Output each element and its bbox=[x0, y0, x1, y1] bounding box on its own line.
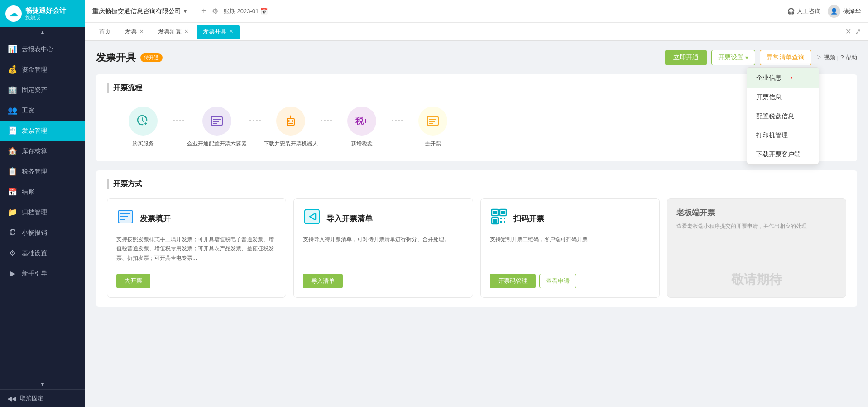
tab-invoice-close[interactable]: ✕ bbox=[139, 29, 144, 34]
settlement-icon: 📅 bbox=[7, 187, 17, 197]
cloud-report-icon: 📊 bbox=[7, 44, 17, 54]
dropdown-item-invoice-info[interactable]: 开票信息 bbox=[747, 88, 819, 107]
sidebar-item-guide[interactable]: ▶ 新手引导 bbox=[0, 263, 85, 284]
scroll-down-button[interactable]: ▼ bbox=[0, 379, 85, 389]
dropdown-item-download-client[interactable]: 下载开票客户端 bbox=[747, 145, 819, 164]
tab-invoice[interactable]: 发票 ✕ bbox=[119, 25, 150, 39]
dropdown-invoice-info-label: 开票信息 bbox=[756, 93, 782, 102]
status-badge: 待开通 bbox=[140, 53, 163, 62]
add-company-button[interactable]: + bbox=[201, 6, 206, 16]
sidebar-nav: 📊 云报表中心 💰 资金管理 🏢 固定资产 👥 工资 🧾 发票管理 🏠 库存核算… bbox=[0, 37, 85, 379]
user-avatar: 👤 bbox=[828, 5, 840, 18]
flow-step-configure: 企业开通配置开票六要素 bbox=[187, 107, 247, 148]
fixed-assets-icon: 🏢 bbox=[7, 85, 17, 95]
boss-issue-desc: 查看老板端小程序提交的开票申请，并作出相应的处理 bbox=[676, 222, 807, 231]
tab-invoice-calc[interactable]: 发票测算 ✕ bbox=[152, 25, 195, 39]
settings-button-label: 开票设置 bbox=[718, 53, 743, 62]
sidebar-item-fund[interactable]: 💰 资金管理 bbox=[0, 59, 85, 80]
dropdown-company-info-label: 企业信息 bbox=[756, 74, 782, 82]
sidebar-item-settings[interactable]: ⚙ 基础设置 bbox=[0, 243, 85, 263]
user-name: 徐泽华 bbox=[843, 7, 861, 15]
tab-invoice-calc-label: 发票测算 bbox=[158, 28, 182, 36]
scan-code-view-button[interactable]: 查看申请 bbox=[539, 274, 576, 288]
configure-icon bbox=[202, 107, 231, 136]
download-robot-icon bbox=[276, 107, 305, 136]
scroll-up-button[interactable]: ▲ bbox=[0, 27, 85, 37]
sidebar-item-settlement[interactable]: 📅 结账 bbox=[0, 182, 85, 202]
tabs-actions: ✕ ⤢ bbox=[845, 27, 861, 36]
import-list-icon bbox=[303, 208, 321, 229]
sidebar-label-settlement: 结账 bbox=[22, 188, 34, 196]
logo-subtitle: 旗舰版 bbox=[25, 15, 66, 21]
scan-code-title: 扫码开票 bbox=[513, 213, 544, 224]
user-info-area[interactable]: 👤 徐泽华 bbox=[828, 5, 861, 18]
logo-title: 畅捷通好会计 bbox=[25, 6, 66, 15]
consult-button[interactable]: 🎧 人工咨询 bbox=[787, 7, 820, 15]
topbar-right: 🎧 人工咨询 👤 徐泽华 bbox=[787, 5, 861, 18]
cancel-pin-button[interactable]: ◀◀ 取消固定 bbox=[0, 389, 85, 407]
topbar-divider-1 bbox=[194, 7, 194, 16]
page-header: 发票开具 待开通 立即开通 开票设置 ▾ 异常清单查询 ▷ 视频 | ? 帮助 bbox=[96, 50, 857, 65]
close-all-tabs-button[interactable]: ✕ bbox=[845, 27, 851, 36]
tab-invoice-issue[interactable]: 发票开具 ✕ bbox=[197, 25, 240, 39]
sidebar-item-invoice[interactable]: 🧾 发票管理 bbox=[0, 121, 85, 141]
topbar: 重庆畅捷交通信息咨询有限公司 ▾ + ⚙ 账期 2023-01 📅 🎧 人工咨询… bbox=[85, 0, 868, 23]
help-button[interactable]: ? 帮助 bbox=[840, 53, 857, 62]
manual-fill-icon bbox=[116, 208, 134, 229]
download-robot-label: 下载并安装开票机器人 bbox=[264, 140, 318, 148]
flow-steps: 购买服务 企业开通配置开票六要素 bbox=[107, 102, 846, 152]
svg-rect-6 bbox=[287, 118, 294, 126]
buy-service-icon bbox=[129, 107, 158, 136]
sidebar-item-fixed-assets[interactable]: 🏢 固定资产 bbox=[0, 80, 85, 100]
anomaly-button[interactable]: 异常清单查询 bbox=[760, 50, 811, 65]
video-button[interactable]: ▷ 视频 bbox=[816, 53, 835, 62]
sidebar-item-salary[interactable]: 👥 工资 bbox=[0, 100, 85, 121]
cancel-pin-label: 取消固定 bbox=[20, 394, 43, 402]
sidebar-item-report[interactable]: ℂ 小畅报销 bbox=[0, 223, 85, 243]
flow-section: 开票流程 购买服务 bbox=[96, 74, 857, 161]
dropdown-item-company-info[interactable]: 企业信息 → bbox=[747, 68, 819, 88]
sidebar-item-tax[interactable]: 📋 税务管理 bbox=[0, 161, 85, 182]
settings-button[interactable]: 开票设置 ▾ bbox=[711, 50, 755, 65]
dropdown-item-tax-disc[interactable]: 配置税盘信息 bbox=[747, 107, 819, 126]
sidebar-item-archive[interactable]: 📁 归档管理 bbox=[0, 202, 85, 223]
flow-step-add-tax-disc: 税+ 新增税盘 bbox=[335, 107, 389, 148]
add-tax-disc-icon: 税+ bbox=[347, 107, 376, 136]
logo-icon: ☁ bbox=[5, 5, 22, 22]
settings-dropdown-icon: ▾ bbox=[745, 54, 748, 61]
scan-code-header: 扫码开票 bbox=[490, 208, 650, 229]
billing-section: 开票方式 发票填开 bbox=[96, 170, 857, 307]
tab-invoice-calc-close[interactable]: ✕ bbox=[184, 29, 188, 34]
scan-code-manage-button[interactable]: 开票码管理 bbox=[490, 274, 536, 288]
sidebar-label-archive: 归档管理 bbox=[22, 208, 47, 217]
consult-label: 人工咨询 bbox=[797, 7, 820, 15]
tab-invoice-issue-close[interactable]: ✕ bbox=[229, 29, 233, 34]
svg-point-9 bbox=[290, 116, 292, 117]
maximize-button[interactable]: ⤢ bbox=[855, 27, 861, 36]
guide-icon: ▶ bbox=[7, 269, 17, 278]
sidebar-label-report: 小畅报销 bbox=[22, 229, 47, 237]
cancel-pin-icon: ◀◀ bbox=[7, 395, 16, 402]
sidebar-label-guide: 新手引导 bbox=[22, 270, 47, 278]
dropdown-item-printer[interactable]: 打印机管理 bbox=[747, 126, 819, 145]
sidebar-item-inventory[interactable]: 🏠 库存核算 bbox=[0, 141, 85, 161]
tab-home-label: 首页 bbox=[99, 28, 110, 36]
tab-home[interactable]: 首页 bbox=[92, 25, 117, 39]
company-selector[interactable]: 重庆畅捷交通信息咨询有限公司 ▾ bbox=[92, 7, 187, 15]
dropdown-printer-label: 打印机管理 bbox=[756, 131, 788, 140]
manual-fill-title: 发票填开 bbox=[140, 213, 171, 224]
svg-rect-24 bbox=[501, 211, 505, 214]
activate-button[interactable]: 立即开通 bbox=[665, 50, 707, 65]
page-title: 发票开具 bbox=[96, 51, 136, 64]
logo-text-area: 畅捷通好会计 旗舰版 bbox=[25, 6, 66, 22]
flow-step-go-issue: 去开票 bbox=[406, 107, 460, 148]
import-list-header: 导入开票清单 bbox=[303, 208, 463, 229]
company-dropdown-icon: ▾ bbox=[184, 8, 187, 15]
import-list-button[interactable]: 导入清单 bbox=[303, 274, 343, 288]
sidebar-label-settings: 基础设置 bbox=[22, 249, 47, 257]
manual-fill-go-button[interactable]: 去开票 bbox=[116, 274, 150, 288]
topbar-gear-button[interactable]: ⚙ bbox=[212, 7, 218, 15]
svg-rect-23 bbox=[493, 211, 497, 214]
sidebar-item-cloud-report[interactable]: 📊 云报表中心 bbox=[0, 39, 85, 59]
billing-section-title: 开票方式 bbox=[107, 179, 846, 189]
